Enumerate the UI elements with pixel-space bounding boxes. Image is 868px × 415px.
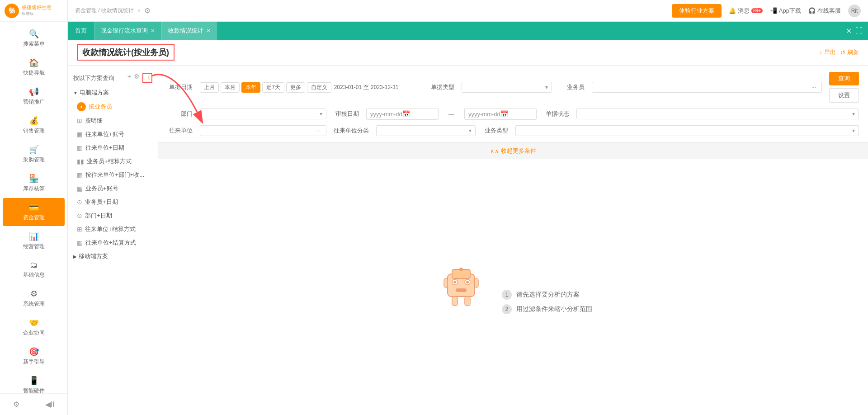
review-date-from[interactable]: yyyy-mm-dd 📅 [366, 108, 439, 120]
sidebar-item-search[interactable]: 🔍 搜索菜单 [3, 24, 65, 52]
home-icon: 🏠 [29, 58, 39, 68]
settings-bottom-icon[interactable]: ⚙ [11, 398, 21, 410]
customer-service-action[interactable]: 🎧 在线客服 [808, 7, 841, 15]
dept-dropdown-icon: ▾ [320, 111, 322, 117]
panel-settings-icon[interactable]: ⚙ [134, 73, 140, 83]
tab-bar-right: ✕ ⛶ [846, 27, 868, 35]
date-btn-custom[interactable]: 自定义 [307, 82, 331, 93]
tab-close-all-icon[interactable]: ✕ [846, 27, 852, 35]
partner-more-icon: ··· [316, 127, 321, 134]
calendar2-icon[interactable]: 📅 [500, 110, 508, 118]
grid2-icon: ⊞ [77, 226, 82, 233]
voucher-type-select[interactable]: ▾ [462, 82, 552, 93]
tab-home[interactable]: 首页 [68, 22, 94, 40]
partner-type-select[interactable]: ▾ [376, 125, 476, 136]
tab-bank[interactable]: 现金银行流水查询 ✕ [94, 22, 161, 40]
bar-icon: ▮▮ [77, 158, 84, 165]
sidebar-item-sales[interactable]: 💰 销售管理 [3, 111, 65, 139]
sidebar-item-hardware[interactable]: 📱 智能硬件 [3, 371, 65, 393]
avatar: Rit [848, 5, 861, 17]
left-panel-title: 按以下方案查询 [73, 74, 127, 82]
date-btn-this-year[interactable]: 本年 [241, 82, 260, 93]
partner-select[interactable]: ··· [200, 125, 326, 136]
tab-receipt-close[interactable]: ✕ [206, 28, 211, 34]
dept-select[interactable]: ▾ [200, 108, 326, 119]
cart-icon: 🛒 [29, 145, 39, 155]
main-area: 资金管理 / 收款情况统计 ▾ ⚙ 体验行业方案 🔔 消息 99+ 📲 App下… [68, 0, 868, 415]
content-area: 按以下方案查询 + ⚙ 《 ▼ 电脑端方案 ● 按业务员 [68, 66, 868, 415]
tree-item-cust-settle1[interactable]: ⊞ 往来单位+结算方式 [68, 222, 158, 236]
svg-point-6 [466, 281, 469, 283]
fullscreen-icon[interactable]: ⛶ [855, 27, 863, 35]
voucher-status-select[interactable]: ▾ [576, 108, 859, 119]
message-badge: 99+ [751, 8, 763, 13]
svg-point-5 [453, 281, 456, 283]
refresh-button[interactable]: ↺ 刷新 [840, 48, 859, 57]
tree-group-mobile[interactable]: ▶ 移动端方案 [68, 250, 158, 263]
query-button[interactable]: 查询 [829, 72, 859, 85]
empty-steps: 1 请先选择要分析的方案 2 用过滤条件来缩小分析范围 [502, 290, 592, 319]
sidebar-item-fund[interactable]: 💳 资金管理 [3, 198, 65, 226]
tree-item-customer-account[interactable]: ▦ 往来单位+账号 [68, 127, 158, 141]
calendar1-icon[interactable]: 📅 [402, 110, 410, 118]
table3-icon: ▦ [77, 171, 83, 179]
page-title: 收款情况统计(按业务员) [77, 44, 175, 61]
sidebar-item-quicknav[interactable]: 🏠 快捷导航 [3, 53, 65, 81]
sidebar-item-marketing[interactable]: 📢 营销推广 [3, 82, 65, 110]
partner-type-dropdown-icon: ▾ [469, 127, 472, 134]
panel-collapse-icon[interactable]: 《 [142, 73, 152, 83]
filter-actions: 查询 设置 [829, 72, 859, 103]
sidebar-item-operation[interactable]: 📊 经营管理 [3, 227, 65, 255]
date-btn-last-month[interactable]: 上月 [200, 82, 219, 93]
sidebar-item-guide[interactable]: 🎯 新手引导 [3, 342, 65, 370]
date-shortcuts: 上月 本月 本年 近7天 更多 自定义 [200, 82, 331, 93]
tree-item-customer-date[interactable]: ▦ 往来单位+日期 [68, 141, 158, 155]
tab-bank-close[interactable]: ✕ [151, 28, 155, 34]
date-btn-more[interactable]: 更多 [286, 82, 305, 93]
panel-add-icon[interactable]: + [127, 73, 131, 83]
tree-item-by-detail[interactable]: ⊞ 按明细 [68, 114, 158, 127]
voucher-type-dropdown-icon: ▾ [545, 84, 548, 90]
staff-select[interactable]: ··· [592, 82, 822, 93]
tree-item-by-staff[interactable]: ● 按业务员 [68, 99, 158, 114]
step1-num: 1 [502, 290, 512, 300]
svg-rect-9 [475, 278, 478, 288]
biz-type-select[interactable]: ▾ [515, 125, 859, 136]
user-action[interactable]: Rit [848, 5, 861, 17]
tree-item-staff-account[interactable]: ▦ 业务员+账号 [68, 182, 158, 195]
date-btn-last7[interactable]: 近7天 [262, 82, 284, 93]
tree-item-staff-settle[interactable]: ▮▮ 业务员+结算方式 [68, 155, 158, 168]
empty-state: 1 请先选择要分析的方案 2 用过滤条件来缩小分析范围 [158, 159, 868, 415]
tree-item-staff-date[interactable]: ⊙ 业务员+日期 [68, 195, 158, 209]
tree-item-cust-settle2[interactable]: ▦ 往来单位+结算方式 [68, 236, 158, 250]
tree-item-dept-date[interactable]: ⊙ 部门+日期 [68, 209, 158, 222]
review-date-to[interactable]: yyyy-mm-dd 📅 [464, 108, 537, 120]
collapse-bar[interactable]: ∧∧ 收起更多条件 [158, 143, 868, 159]
grid-icon: ⊞ [77, 117, 82, 124]
page: 收款情况统计(按业务员) ↑ 导出 ↺ 刷新 按以下方案查询 + [68, 40, 868, 415]
sidebar-item-system[interactable]: ⚙ 系统管理 [3, 284, 65, 312]
sidebar-item-purchase[interactable]: 🛒 采购管理 [3, 140, 65, 168]
table4-icon: ▦ [77, 185, 83, 192]
trial-button[interactable]: 体验行业方案 [672, 4, 722, 18]
logo-name: 畅捷通好生意 [22, 5, 52, 10]
sidebar-item-company[interactable]: 🤝 企业协同 [3, 313, 65, 341]
tree-group-desktop[interactable]: ▼ 电脑端方案 [68, 86, 158, 99]
handshake-icon: 🤝 [29, 318, 39, 328]
app-download-action[interactable]: 📲 App下载 [770, 7, 801, 15]
topbar-settings-icon[interactable]: ⚙ [144, 6, 151, 15]
tree-item-by-cust-dept[interactable]: ▦ 按往来单位+部门+收... [68, 168, 158, 182]
tab-receipt[interactable]: 收款情况统计 ✕ [161, 22, 217, 40]
page-header-actions: ↑ 导出 ↺ 刷新 [820, 48, 859, 57]
message-action[interactable]: 🔔 消息 99+ [729, 7, 763, 15]
sidebar-item-stock[interactable]: 🏪 库存核算 [3, 169, 65, 197]
folder-icon: 🗂 [30, 260, 38, 270]
collapse-bottom-icon[interactable]: ◀II [43, 398, 57, 410]
logo-badge: 标准版 [22, 11, 52, 17]
filter-settings-button[interactable]: 设置 [829, 88, 859, 103]
sidebar-item-basic[interactable]: 🗂 基础信息 [3, 256, 65, 283]
export-button[interactable]: ↑ 导出 [820, 48, 836, 57]
date-btn-this-month[interactable]: 本月 [221, 82, 240, 93]
breadcrumb: 资金管理 / 收款情况统计 [75, 7, 134, 14]
topbar-actions: 体验行业方案 🔔 消息 99+ 📲 App下载 🎧 在线客服 Rit [672, 4, 861, 18]
